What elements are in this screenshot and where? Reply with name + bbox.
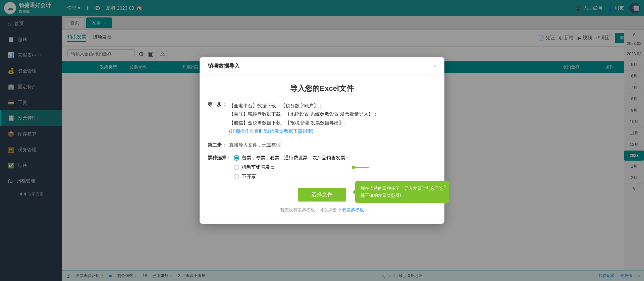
tooltip-close-button[interactable]: ×: [444, 184, 446, 189]
ticket-label: 票种选择：: [208, 155, 231, 161]
step1-block: 第一步： 【全电平台】数据下载→【税务数字账户】； 【百旺】税控盘数据下载→【系…: [208, 102, 436, 135]
import-modal: 销项数据导入 × 导入您的Excel文件 第一步： 【全电平台】数据下载→【税务…: [200, 57, 444, 224]
radio-2: [234, 165, 239, 170]
step2-content: 直接导入文件，无需整理: [229, 142, 281, 148]
modal-main-title: 导入您的Excel文件: [208, 83, 436, 94]
tooltip-dot: [352, 166, 355, 169]
tooltip-indicator: [352, 166, 369, 169]
step1-content: 【全电平台】数据下载→【税务数字账户】； 【百旺】税控盘数据下载→【系统设置-系…: [229, 102, 378, 135]
radio-option-2[interactable]: 机动车销售发票 × 现在支持的票种多了，导入发票时别忘了选择正确的发票类型呀!: [234, 164, 345, 170]
modal-title: 销项数据导入: [208, 63, 240, 70]
radio-3: [234, 174, 239, 179]
step2-block: 第二步： 直接导入文件，无需整理: [208, 142, 436, 148]
modal-body: 导入您的Excel文件 第一步： 【全电平台】数据下载→【税务数字账户】； 【百…: [200, 75, 444, 224]
radio-group: 普票，专票，卷票，通行费发票，农产品销售发票 机动车销售发票: [234, 155, 345, 180]
download-template-link[interactable]: 下载发票模板: [338, 207, 364, 212]
modal-header: 销项数据导入 ×: [200, 57, 444, 75]
radio-option-3[interactable]: 不开票: [234, 174, 345, 180]
modal-overlay[interactable]: 销项数据导入 × 导入您的Excel文件 第一步： 【全电平台】数据下载→【税务…: [0, 0, 644, 281]
modal-close-button[interactable]: ×: [433, 63, 436, 70]
tooltip-line: [355, 167, 369, 168]
radio-1: [234, 155, 239, 161]
step2-label: 第二步：: [208, 142, 226, 148]
radio-option-1[interactable]: 普票，专票，卷票，通行费发票，农产品销售发票: [234, 155, 345, 161]
select-file-button[interactable]: 选择文件: [298, 188, 346, 202]
tooltip-box: × 现在支持的票种多了，导入发票时别忘了选择正确的发票类型呀!: [355, 181, 449, 203]
step1-label: 第一步：: [208, 102, 226, 108]
modal-footer: 若您没有发票模板，可以点击 下载发票模板: [208, 207, 436, 213]
ticket-section: 票种选择： 普票，专票，卷票，通行费发票，农产品销售发票 机动车销售发票: [208, 155, 436, 180]
guide-link[interactable]: (详细操作见百旺/航信发票数据下载指南): [229, 128, 313, 134]
